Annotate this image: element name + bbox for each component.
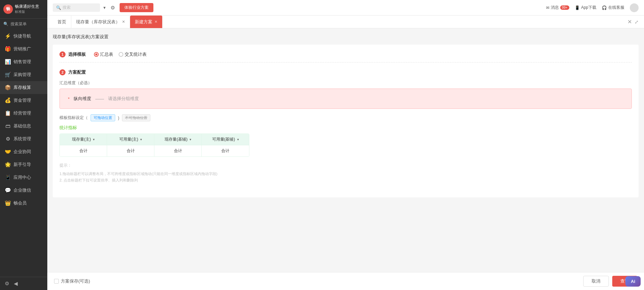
system-icon: ⚙ [5, 136, 11, 142]
message-item[interactable]: ✉ 消息 99+ [546, 5, 569, 10]
settings-panel: 1 选择模板 汇总表 交叉统计表 [53, 45, 639, 197]
stats-col-3-chevron[interactable]: ▾ [190, 138, 191, 141]
footer: 方案保存(可选) 取消 查询 [47, 272, 644, 290]
headphone-icon: 🎧 [602, 5, 607, 10]
app-icon: 畅 [3, 4, 13, 14]
sidebar-logo: 畅 畅康通好生意 标准版 [0, 0, 47, 19]
save-option: 方案保存(可选) [54, 278, 90, 284]
sidebar-item-member[interactable]: 👑 畅会员 [0, 197, 47, 210]
sidebar-item-quicknav[interactable]: ⚡ 快捷导航 [0, 30, 47, 43]
sidebar-search[interactable]: 🔍 搜索菜单 [0, 19, 47, 30]
section-config: 2 方案配置 汇总维度（必选） * 纵向维度 —— 请选择分组维度 模板指标设定… [59, 69, 632, 184]
tab-home[interactable]: 首页 [53, 16, 71, 28]
stats-col-2-header[interactable]: 可用量(主) ▾ [107, 134, 154, 145]
quicknav-icon: ⚡ [5, 33, 11, 39]
settings-icon[interactable]: ⚙ [5, 281, 9, 287]
radio-summary-dot [94, 52, 99, 57]
stats-table: 现存量(主) ▾ 可用量(主) ▾ 现存量(基辅) ▾ 可用量(基辅) [59, 134, 249, 157]
tag-movable: 可拖动位置 [91, 114, 115, 121]
operations-icon: 📋 [5, 110, 11, 116]
save-checkbox[interactable] [54, 279, 59, 284]
topbar-search-icon: 🔍 [56, 5, 61, 10]
collapse-icon[interactable]: ◀ [14, 281, 18, 287]
stats-col-3-header[interactable]: 现存量(基辅) ▾ [154, 134, 202, 145]
cancel-button[interactable]: 取消 [583, 276, 609, 287]
sidebar-item-finance[interactable]: 💰 资金管理 [0, 94, 47, 107]
summary-dim-label: 汇总维度（必选） [59, 80, 632, 86]
topbar-gear-icon[interactable]: ⚙ [110, 5, 115, 11]
tips-title: 提示： [59, 162, 632, 169]
ai-fab-button[interactable]: Ai [625, 276, 641, 287]
stats-col-4-chevron[interactable]: ▾ [237, 138, 239, 141]
sidebar-item-member-label: 畅会员 [14, 200, 27, 206]
sidebar-item-basic[interactable]: 🗃 基础信息 [0, 120, 47, 132]
tabs-bar: 首页 现存量（库存状况表） ✕ 新建方案 ✕ ✕ ⤢ [47, 16, 644, 28]
sidebar-item-appcenter[interactable]: 📱 应用中心 [0, 171, 47, 184]
sidebar-item-sales[interactable]: 📊 销售管理 [0, 55, 47, 68]
sidebar-search-label: 搜索菜单 [10, 21, 27, 27]
tag-fixed: 不可拖动位置 [122, 114, 150, 121]
trial-industry-button[interactable]: 体验行业方案 [120, 3, 153, 12]
topbar-dropdown[interactable]: ▾ [103, 5, 106, 10]
tab-new-plan[interactable]: 新建方案 ✕ [130, 16, 163, 28]
section-config-header: 2 方案配置 [59, 69, 632, 75]
section-config-title: 方案配置 [68, 69, 86, 75]
indicator-label-row: 模板指标设定（ 可拖动位置 ) 不可拖动位置 [59, 114, 632, 121]
tab-inventory-close-icon[interactable]: ✕ [122, 20, 125, 24]
appcenter-icon: 📱 [5, 174, 11, 180]
section-template-number: 1 [59, 51, 66, 57]
close-panel-icon[interactable]: ✕ [627, 19, 632, 25]
stats-body-row: 合计 合计 合计 合计 [60, 145, 249, 156]
sidebar-item-wechat-label: 企业微信 [14, 187, 31, 193]
tab-new-plan-close-icon[interactable]: ✕ [154, 20, 157, 24]
app-download-icon: 📱 [575, 5, 580, 10]
sidebar-item-system-label: 系统管理 [14, 136, 31, 142]
message-label: 消息 [551, 5, 559, 10]
stats-col-1-label: 现存量(主) [72, 137, 91, 142]
sidebar-item-operations[interactable]: 📋 经营管理 [0, 107, 47, 120]
marketing-icon: 🎁 [5, 46, 11, 52]
sidebar-item-wechat[interactable]: 💬 企业微信 [0, 184, 47, 197]
sidebar-item-collab[interactable]: 🤝 企业协同 [0, 145, 47, 158]
stats-col-1-body: 合计 [60, 145, 107, 156]
sidebar-item-system[interactable]: ⚙ 系统管理 [0, 132, 47, 145]
stats-col-1-chevron[interactable]: ▾ [93, 138, 95, 141]
stats-col-1-header[interactable]: 现存量(主) ▾ [60, 134, 107, 145]
app-download-item[interactable]: 📱 App下载 [575, 5, 596, 10]
collab-icon: 🤝 [5, 149, 11, 155]
stats-col-3-sub: 合计 [174, 148, 182, 154]
tab-inventory-status[interactable]: 现存量（库存状况表） ✕ [71, 16, 130, 28]
app-download-label: App下载 [581, 5, 596, 10]
stats-col-3-label: 现存量(基辅) [165, 137, 188, 142]
dimension-box[interactable]: * 纵向维度 —— 请选择分组维度 [59, 89, 632, 109]
topbar-dropdown-text: ▾ [103, 5, 106, 10]
indicator-middle-text: ) [118, 116, 119, 120]
stats-col-3-body: 合计 [154, 145, 202, 156]
sidebar-item-sales-label: 销售管理 [14, 59, 31, 65]
sidebar-item-appcenter-label: 应用中心 [14, 174, 31, 180]
online-service-item[interactable]: 🎧 在线客服 [602, 5, 624, 10]
user-avatar[interactable] [630, 3, 639, 12]
sidebar-item-inventory[interactable]: 📦 库存核算 [0, 81, 47, 94]
stats-col-1-sub: 合计 [79, 148, 88, 154]
sidebar-item-operations-label: 经营管理 [14, 110, 31, 116]
guide-icon: 🌟 [5, 162, 11, 168]
stats-col-2-body: 合计 [107, 145, 154, 156]
indicator-label-text: 模板指标设定（ [59, 115, 88, 121]
radio-cross[interactable]: 交叉统计表 [119, 51, 147, 57]
expand-panel-icon[interactable]: ⤢ [635, 19, 639, 25]
stats-col-4-header[interactable]: 可用量(基辅) ▾ [202, 134, 249, 145]
sidebar-item-quicknav-label: 快捷导航 [14, 33, 31, 39]
sidebar-item-collab-label: 企业协同 [14, 149, 31, 155]
stats-col-2-chevron[interactable]: ▾ [140, 138, 142, 141]
sidebar-item-guide[interactable]: 🌟 新手引导 [0, 158, 47, 171]
sidebar-item-purchase[interactable]: 🛒 采购管理 [0, 68, 47, 81]
stats-col-4-body: 合计 [202, 145, 249, 156]
radio-summary[interactable]: 汇总表 [94, 51, 113, 57]
dim-placeholder: 请选择分组维度 [108, 96, 139, 102]
save-option-label: 方案保存(可选) [61, 278, 90, 284]
sidebar-item-marketing[interactable]: 🎁 营销推广 [0, 43, 47, 55]
topbar-search[interactable]: 🔍 搜索 [53, 3, 100, 12]
sidebar-item-purchase-label: 采购管理 [14, 72, 31, 78]
sales-icon: 📊 [5, 59, 11, 65]
